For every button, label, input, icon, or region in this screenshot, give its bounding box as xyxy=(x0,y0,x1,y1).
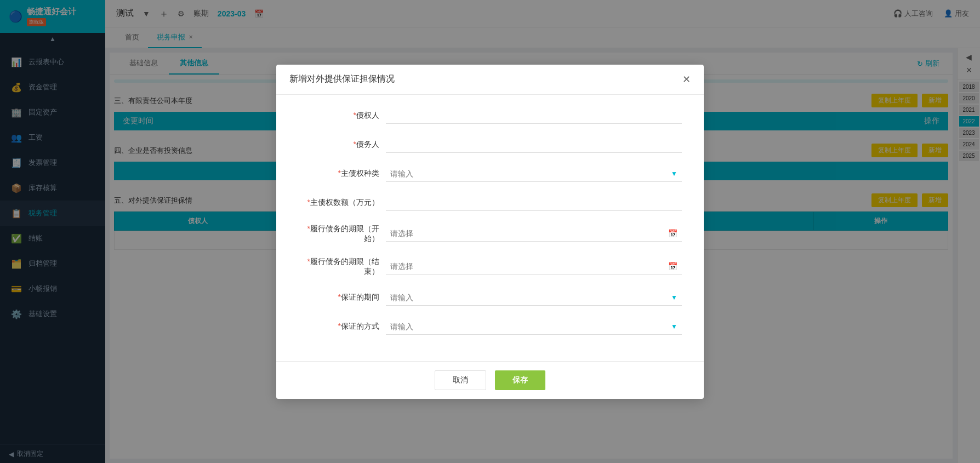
input-end-date[interactable] xyxy=(390,262,668,271)
calendar-end-icon: 📅 xyxy=(668,262,677,271)
input-debt-amount[interactable] xyxy=(386,195,682,211)
field-debtor: *债务人 xyxy=(298,137,682,153)
label-debt-amount: *主债权数额（万元） xyxy=(298,198,386,208)
field-debt-amount: *主债权数额（万元） xyxy=(298,195,682,211)
select-debt-type[interactable]: ▼ xyxy=(386,166,682,182)
field-start-date: *履行债务的期限（开始） 📅 xyxy=(298,224,682,244)
datepicker-end[interactable]: 📅 xyxy=(386,259,682,275)
label-debtor: *债务人 xyxy=(298,140,386,150)
modal-title: 新增对外提供保证担保情况 xyxy=(289,73,395,85)
modal-body: *债权人 *债务人 xyxy=(276,95,704,361)
content-area: 基础信息 其他信息 ↻ 刷新 三、有限责 xyxy=(105,48,980,463)
label-start-date: *履行债务的期限（开始） xyxy=(298,224,386,244)
field-creditor: *债权人 xyxy=(298,108,682,124)
field-guarantee-method: *保证的方式 ▼ xyxy=(298,319,682,335)
modal-footer: 取消 保存 xyxy=(276,361,704,399)
calendar-start-icon: 📅 xyxy=(668,229,677,238)
modal-close-button[interactable]: ✕ xyxy=(682,73,691,85)
label-end-date: *履行债务的期限（结束） xyxy=(298,257,386,277)
dropdown-icon: ▼ xyxy=(671,170,677,178)
dropdown-period-icon: ▼ xyxy=(671,294,677,301)
cancel-button[interactable]: 取消 xyxy=(435,370,486,390)
modal-dialog: 新增对外提供保证担保情况 ✕ *债权人 xyxy=(276,65,704,399)
select-guarantee-method-input[interactable] xyxy=(390,322,671,331)
field-debt-type: *主债权种类 ▼ xyxy=(298,166,682,182)
label-debt-type: *主债权种类 xyxy=(298,169,386,179)
select-debt-type-input[interactable] xyxy=(390,169,671,178)
dropdown-method-icon: ▼ xyxy=(671,323,677,330)
select-guarantee-method[interactable]: ▼ xyxy=(386,319,682,335)
main-area: 测试 ▼ ＋ ⚙ 账期 2023-03 📅 🎧 人工咨询 👤 用友 首页 xyxy=(105,0,980,463)
modal-overlay: 新增对外提供保证担保情况 ✕ *债权人 xyxy=(105,48,980,463)
label-creditor: *债权人 xyxy=(298,111,386,121)
datepicker-start[interactable]: 📅 xyxy=(386,226,682,242)
field-guarantee-period: *保证的期间 ▼ xyxy=(298,290,682,306)
label-guarantee-method: *保证的方式 xyxy=(298,322,386,331)
select-guarantee-period-input[interactable] xyxy=(390,293,671,302)
field-end-date: *履行债务的期限（结束） 📅 xyxy=(298,257,682,277)
input-creditor[interactable] xyxy=(386,108,682,124)
label-guarantee-period: *保证的期间 xyxy=(298,293,386,302)
modal-header: 新增对外提供保证担保情况 ✕ xyxy=(276,65,704,95)
input-debtor[interactable] xyxy=(386,137,682,153)
select-guarantee-period[interactable]: ▼ xyxy=(386,290,682,306)
save-button[interactable]: 保存 xyxy=(495,370,545,390)
input-start-date[interactable] xyxy=(390,229,668,238)
